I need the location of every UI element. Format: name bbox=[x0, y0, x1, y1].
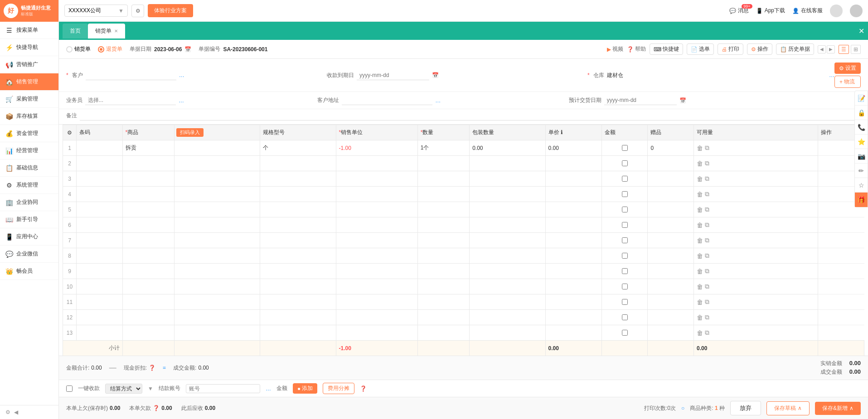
logistics-button[interactable]: + 物流 bbox=[834, 76, 861, 88]
delete-row-1[interactable]: 🗑 bbox=[697, 144, 703, 152]
order-settings-button[interactable]: ⚙ 设置 bbox=[834, 63, 861, 74]
gift-check[interactable] bbox=[622, 176, 628, 182]
sidebar-item-basic[interactable]: 📋 基础信息 bbox=[0, 159, 58, 177]
customer-input[interactable] bbox=[86, 71, 176, 80]
collection-calendar-icon[interactable]: 📅 bbox=[432, 72, 439, 78]
gift-check[interactable] bbox=[622, 253, 628, 259]
trial-button[interactable]: 体验行业方案 bbox=[148, 4, 193, 17]
history-order-button[interactable]: 📋 历史单据 bbox=[776, 43, 814, 55]
gift-check[interactable] bbox=[622, 207, 628, 212]
sidebar-item-wechat[interactable]: 💬 企业微信 bbox=[0, 246, 58, 263]
gift-check[interactable] bbox=[622, 268, 628, 274]
sidebar-item-sales[interactable]: 🏠 销售管理 bbox=[0, 73, 58, 91]
amount-cell-1[interactable]: 0.00 bbox=[545, 140, 601, 156]
del-3[interactable]: 🗑 bbox=[697, 175, 703, 183]
customer-addr-input[interactable] bbox=[342, 96, 432, 105]
settlement-method-select[interactable]: 结算方式 bbox=[105, 384, 142, 394]
settings-gear-button[interactable]: ⚙ bbox=[131, 5, 144, 17]
salesperson-dots[interactable]: … bbox=[179, 97, 184, 104]
print-circle-icon[interactable]: ○ bbox=[681, 405, 684, 411]
one-click-payment-checkbox[interactable] bbox=[66, 385, 73, 392]
copy-3[interactable]: ⧉ bbox=[705, 175, 709, 183]
gift-check[interactable] bbox=[622, 160, 628, 166]
sidebar-item-quick-nav[interactable]: ⚡ 快捷导航 bbox=[0, 39, 58, 56]
gift-checkbox-1[interactable] bbox=[622, 145, 628, 151]
gift-cell-1[interactable] bbox=[601, 140, 648, 156]
remarks-input[interactable] bbox=[80, 111, 861, 120]
payment-help-icon[interactable]: ❓ bbox=[360, 385, 367, 392]
avatar2[interactable] bbox=[850, 5, 863, 17]
operate-button[interactable]: ⚙ 操作 bbox=[747, 43, 772, 55]
sidebar-item-guide[interactable]: 📖 新手引导 bbox=[0, 211, 58, 228]
sidebar-settings-icon[interactable]: ⚙ bbox=[5, 409, 10, 415]
total-owe-help[interactable]: ❓ bbox=[153, 405, 160, 411]
sidebar-collapse-icon[interactable]: ◀ bbox=[14, 409, 18, 415]
gift-check[interactable] bbox=[622, 237, 628, 243]
message-button[interactable]: 💬 消息 99+ bbox=[729, 7, 749, 14]
gift-check[interactable] bbox=[622, 284, 628, 289]
avatar[interactable] bbox=[830, 5, 843, 17]
th-settings[interactable]: ⚙ bbox=[63, 125, 77, 140]
sidebar-item-business[interactable]: 📊 经营管理 bbox=[0, 142, 58, 159]
product-cell-1[interactable]: 拆贡 bbox=[122, 140, 174, 156]
sidebar-item-system[interactable]: ⚙ 系统管理 bbox=[0, 177, 58, 194]
video-help-button[interactable]: ▶ 视频 bbox=[607, 45, 623, 53]
sidebar-item-marketing[interactable]: 📢 营销推广 bbox=[0, 56, 58, 73]
del-2[interactable]: 🗑 bbox=[697, 160, 703, 167]
radio-sales-order[interactable]: 销货单 bbox=[66, 45, 91, 53]
quantity-cell-1[interactable]: -1.00 bbox=[336, 140, 417, 156]
customer-addr-dots[interactable]: … bbox=[435, 97, 441, 104]
sidebar-item-app[interactable]: 📱 应用中心 bbox=[0, 228, 58, 246]
list-view-btn[interactable]: ☰ bbox=[839, 45, 849, 54]
rt-item-3[interactable]: 📞 bbox=[855, 120, 868, 135]
gift-check[interactable] bbox=[622, 330, 628, 336]
next-record-button[interactable]: ▶ bbox=[827, 45, 835, 53]
th-scan[interactable]: 扫码录入 bbox=[174, 125, 260, 140]
radio-return-order[interactable]: 退货单 bbox=[98, 45, 122, 53]
discard-button[interactable]: 放弃 bbox=[730, 401, 761, 415]
rt-item-5[interactable]: 📷 bbox=[855, 149, 868, 164]
online-service-button[interactable]: 👤 在线客服 bbox=[792, 7, 823, 14]
sidebar-item-member[interactable]: 👑 畅会员 bbox=[0, 263, 58, 280]
unit-price-cell-1[interactable]: 0.00 bbox=[470, 140, 545, 156]
rt-item-7[interactable]: ☆ bbox=[855, 178, 868, 193]
gift-check[interactable] bbox=[622, 222, 628, 228]
gift-check[interactable] bbox=[622, 299, 628, 305]
tab-sales-order[interactable]: 销货单 ✕ bbox=[88, 24, 125, 39]
copy-2[interactable]: ⧉ bbox=[705, 159, 709, 167]
pack-qty-cell-1[interactable]: 1个 bbox=[417, 140, 469, 156]
rt-item-4[interactable]: ⭐ bbox=[855, 135, 868, 149]
customer-dots[interactable]: … bbox=[179, 72, 184, 78]
calendar-icon[interactable]: 📅 bbox=[184, 46, 191, 53]
account-input[interactable] bbox=[186, 384, 260, 393]
expected-delivery-input[interactable] bbox=[604, 96, 677, 105]
sidebar-item-finance[interactable]: 💰 资金管理 bbox=[0, 125, 58, 142]
gift-check[interactable] bbox=[622, 191, 628, 197]
collection-date-input[interactable] bbox=[357, 71, 429, 80]
sidebar-item-search[interactable]: ☰ 搜索菜单 bbox=[0, 22, 58, 39]
rt-item-6[interactable]: ✏ bbox=[855, 164, 868, 178]
salesperson-input[interactable] bbox=[85, 96, 176, 105]
spec-cell-1[interactable] bbox=[174, 140, 260, 156]
save-draft-button[interactable]: 保存草稿 ∧ bbox=[766, 401, 810, 415]
save-new-button[interactable]: 保存&新增 ∧ bbox=[815, 402, 861, 415]
sidebar-item-enterprise[interactable]: 🏢 企业协同 bbox=[0, 194, 58, 211]
gift-check[interactable] bbox=[622, 314, 628, 320]
app-download-button[interactable]: 📱 App下载 bbox=[756, 7, 785, 14]
copy-row-1[interactable]: ⧉ bbox=[705, 144, 709, 152]
select-order-button[interactable]: 📄 选单 bbox=[687, 43, 714, 55]
tab-close-all[interactable]: ✕ bbox=[858, 27, 864, 35]
rt-item-8[interactable]: 🎁 bbox=[855, 193, 868, 207]
account-dots[interactable]: … bbox=[266, 385, 271, 392]
tab-home[interactable]: 首页 bbox=[63, 24, 88, 39]
delivery-calendar-icon[interactable]: 📅 bbox=[679, 97, 686, 104]
sidebar-item-purchase[interactable]: 🛒 采购管理 bbox=[0, 91, 58, 108]
company-selector[interactable]: XXXXXX公司 ▼ bbox=[64, 5, 128, 17]
shortcut-button[interactable]: ⌨ 快捷键 bbox=[650, 43, 683, 55]
sidebar-item-inventory[interactable]: 📦 库存核算 bbox=[0, 108, 58, 125]
tab-close-icon[interactable]: ✕ bbox=[114, 29, 118, 34]
expense-split-button[interactable]: 费用分摊 bbox=[323, 383, 354, 394]
warehouse-dots[interactable]: … bbox=[829, 72, 834, 78]
rt-item-2[interactable]: 🔒 bbox=[855, 106, 868, 120]
discount-help-icon[interactable]: ❓ bbox=[149, 365, 155, 371]
